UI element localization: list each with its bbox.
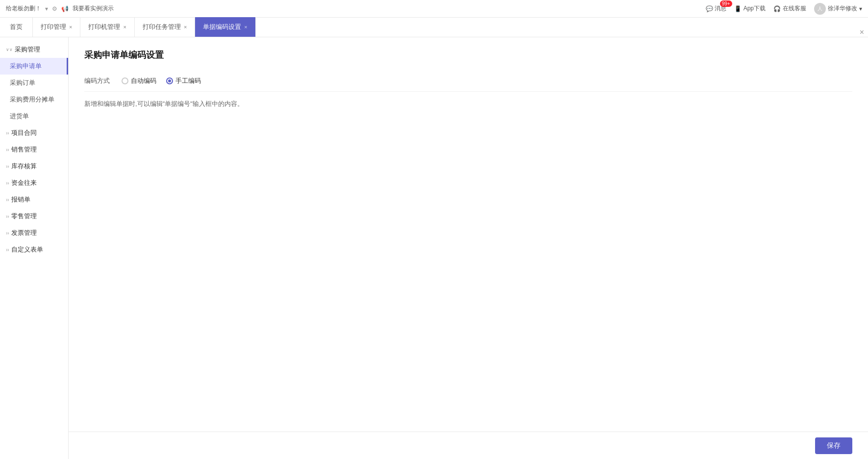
content-area: 采购申请单编码设置 编码方式 自动编码 手工编码 新增和编辑单据时,可以编辑"单…: [69, 37, 868, 459]
tab-encoding-settings[interactable]: 单据编码设置 ×: [195, 17, 255, 37]
sidebar-group-retail-label: 零售管理: [11, 212, 37, 221]
sidebar-group-purchase-label: 采购管理: [15, 45, 40, 54]
sidebar-group-inventory-label: 库存核算: [11, 162, 37, 171]
online-service-label: 在线客服: [783, 4, 806, 13]
user-btn[interactable]: 人 徐泽华修改 ▾: [814, 3, 862, 15]
expense-group-arrow: ›: [6, 197, 9, 203]
sidebar-group-project[interactable]: › 项目合同: [0, 125, 68, 141]
purchase-group-arrow: ∨: [6, 47, 13, 52]
sidebar: ∨ 采购管理 采购申请单 采购订单 采购费用分摊单 进货单 › 项目合同 › 销…: [0, 37, 69, 459]
radio-auto[interactable]: 自动编码: [122, 76, 156, 85]
hint-text: 新增和编辑单据时,可以编辑"单据编号"输入框中的内容。: [84, 100, 852, 108]
tab-home-label: 首页: [10, 23, 23, 31]
announcement-text[interactable]: 我要看实例演示: [73, 4, 114, 13]
tab-print-management-label: 打印管理: [41, 23, 66, 31]
tab-printer-management-label: 打印机管理: [88, 23, 120, 31]
custom-group-arrow: ›: [6, 247, 9, 253]
user-name: 徐泽华修改: [828, 4, 857, 13]
boss-label: 给老板勿删！: [6, 4, 41, 13]
sidebar-item-purchase-fee[interactable]: 采购费用分摊单: [0, 91, 68, 108]
app-download-label: App下载: [744, 4, 766, 13]
top-bar: 给老板勿删！ ▾ ⚙ 📢 我要看实例演示 💬 消息 99+ 📱 App下载 🎧 …: [0, 0, 868, 18]
top-bar-left: 给老板勿删！ ▾ ⚙ 📢 我要看实例演示: [6, 4, 114, 13]
headset-icon: 🎧: [773, 5, 781, 12]
user-dropdown-icon: ▾: [859, 5, 862, 12]
encoding-row: 编码方式 自动编码 手工编码: [84, 71, 852, 92]
radio-auto-circle: [122, 77, 128, 84]
announcement-icon: 📢: [61, 5, 69, 12]
sidebar-group-expense[interactable]: › 报销单: [0, 191, 68, 208]
tab-printer-management[interactable]: 打印机管理 ×: [80, 17, 134, 37]
tab-print-management[interactable]: 打印管理 ×: [33, 17, 80, 37]
sidebar-item-purchase-request[interactable]: 采购申请单: [0, 58, 68, 75]
tab-home[interactable]: 首页: [0, 17, 33, 37]
tab-bar: 首页 打印管理 × 打印机管理 × 打印任务管理 × 单据编码设置 × ×: [0, 18, 868, 37]
tab-print-task-close[interactable]: ×: [184, 24, 187, 30]
gear-icon[interactable]: ⚙: [52, 5, 57, 12]
radio-manual-circle: [166, 77, 173, 84]
sidebar-group-sales-label: 销售管理: [11, 145, 37, 154]
radio-manual-label: 手工编码: [175, 76, 201, 85]
sidebar-group-expense-label: 报销单: [11, 195, 30, 204]
encoding-mode-label: 编码方式: [84, 76, 110, 85]
avatar: 人: [814, 3, 826, 15]
app-download-btn[interactable]: 📱 App下载: [734, 4, 766, 13]
tab-encoding-settings-close[interactable]: ×: [244, 24, 247, 30]
sidebar-group-invoice[interactable]: › 发票管理: [0, 225, 68, 241]
inventory-group-arrow: ›: [6, 164, 9, 169]
retail-group-arrow: ›: [6, 214, 9, 219]
radio-auto-label: 自动编码: [131, 76, 156, 85]
sidebar-group-capital-label: 资金往来: [11, 178, 37, 187]
tab-print-management-close[interactable]: ×: [69, 24, 72, 30]
tab-printer-management-close[interactable]: ×: [123, 24, 126, 30]
project-group-arrow: ›: [6, 130, 9, 136]
app-icon: 📱: [734, 5, 742, 12]
sidebar-group-custom-label: 自定义表单: [11, 245, 43, 254]
tab-encoding-settings-label: 单据编码设置: [203, 23, 241, 31]
sidebar-item-goods-receipt[interactable]: 进货单: [0, 108, 68, 125]
sidebar-group-capital[interactable]: › 资金往来: [0, 175, 68, 191]
message-icon: 💬: [706, 5, 713, 12]
sidebar-group-inventory[interactable]: › 库存核算: [0, 158, 68, 175]
sales-group-arrow: ›: [6, 147, 9, 153]
sidebar-group-project-label: 项目合同: [11, 128, 37, 137]
sidebar-item-purchase-order[interactable]: 采购订单: [0, 75, 68, 91]
invoice-group-arrow: ›: [6, 230, 9, 236]
radio-group: 自动编码 手工编码: [122, 76, 201, 85]
capital-group-arrow: ›: [6, 180, 9, 186]
sidebar-group-custom[interactable]: › 自定义表单: [0, 241, 68, 258]
radio-manual[interactable]: 手工编码: [166, 76, 201, 85]
tab-print-task-label: 打印任务管理: [143, 23, 181, 31]
dropdown-icon[interactable]: ▾: [45, 5, 48, 12]
sidebar-group-invoice-label: 发票管理: [11, 229, 37, 237]
content-inner: 采购申请单编码设置 编码方式 自动编码 手工编码 新增和编辑单据时,可以编辑"单…: [69, 37, 868, 432]
online-service-btn[interactable]: 🎧 在线客服: [773, 4, 806, 13]
close-all-btn[interactable]: ×: [860, 28, 864, 37]
message-btn[interactable]: 💬 消息 99+: [706, 4, 726, 13]
main-layout: ∨ 采购管理 采购申请单 采购订单 采购费用分摊单 进货单 › 项目合同 › 销…: [0, 37, 868, 459]
footer-bar: 保存: [69, 432, 868, 459]
sidebar-group-sales[interactable]: › 销售管理: [0, 141, 68, 158]
sidebar-group-retail[interactable]: › 零售管理: [0, 208, 68, 225]
message-badge: 99+: [720, 0, 732, 7]
sidebar-group-purchase[interactable]: ∨ 采购管理: [0, 41, 68, 58]
top-bar-right: 💬 消息 99+ 📱 App下载 🎧 在线客服 人 徐泽华修改 ▾: [706, 3, 862, 15]
tab-print-task[interactable]: 打印任务管理 ×: [135, 17, 195, 37]
page-title: 采购申请单编码设置: [84, 49, 852, 61]
save-button[interactable]: 保存: [815, 437, 852, 454]
